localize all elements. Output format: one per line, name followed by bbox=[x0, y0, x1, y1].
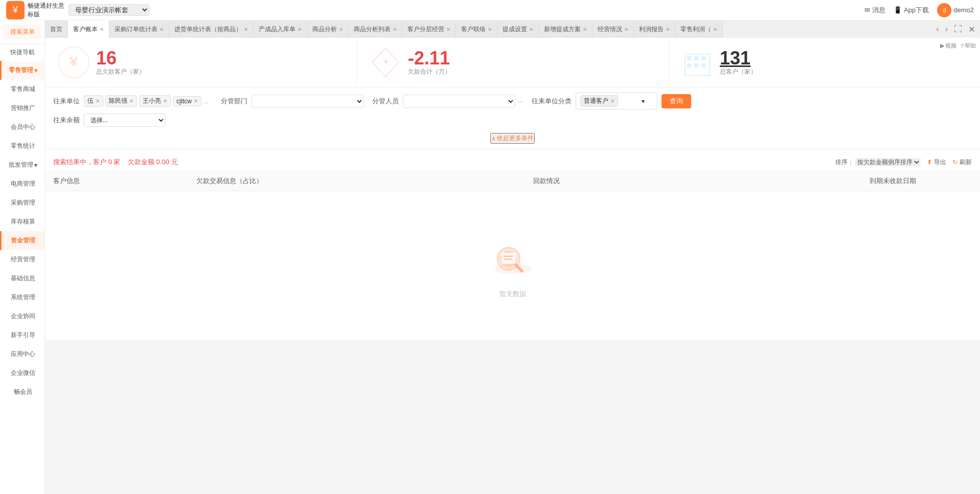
sidebar-item-enterprise-wechat[interactable]: 企业微信 bbox=[0, 364, 44, 383]
tab-close-icon[interactable]: ✕ bbox=[666, 27, 670, 32]
tab-customer-contact[interactable]: 客户联络 ✕ bbox=[456, 20, 497, 38]
chevron-icon: ▾ bbox=[34, 67, 37, 74]
tab-bar-actions: ‹ › ⛶ ✕ bbox=[931, 24, 980, 35]
tab-label: 客户账本 bbox=[73, 25, 98, 34]
tab-close-icon[interactable]: ✕ bbox=[488, 27, 492, 32]
collapse-btn[interactable]: ∧ 收起更多条件 bbox=[490, 133, 535, 144]
tab-next-btn[interactable]: › bbox=[943, 24, 950, 35]
tab-customer-segment[interactable]: 客户分层经营 ✕ bbox=[402, 20, 456, 38]
tag-close-icon[interactable]: ✕ bbox=[610, 98, 614, 104]
tab-label: 商品分析列表 bbox=[354, 25, 391, 34]
sidebar-item-wholesale-mgmt[interactable]: 批发管理 ▾ bbox=[0, 155, 44, 174]
tab-close-icon[interactable]: ✕ bbox=[244, 27, 248, 32]
tab-label: 客户联络 bbox=[461, 25, 486, 34]
account-select[interactable]: 母婴行业演示帐套 bbox=[69, 4, 149, 16]
tab-close-icon[interactable]: ✕ bbox=[100, 27, 104, 32]
tab-goods-analysis-list[interactable]: 商品分析列表 ✕ bbox=[349, 20, 402, 38]
filter-tag-unit1[interactable]: 伍 ✕ bbox=[84, 95, 103, 107]
tab-in-stock-stat[interactable]: 进货单统计表（按商品） ✕ bbox=[169, 20, 254, 38]
user-profile[interactable]: d demo2 bbox=[937, 3, 974, 17]
sidebar-item-basic-info[interactable]: 基础信息 bbox=[0, 269, 44, 288]
sidebar-item-app-center[interactable]: 应用中心 bbox=[0, 345, 44, 364]
tab-product-in[interactable]: 产成品入库单 ✕ bbox=[254, 20, 307, 38]
tab-close-icon[interactable]: ✕ bbox=[713, 27, 717, 32]
tab-close-icon[interactable]: ✕ bbox=[339, 27, 343, 32]
message-btn[interactable]: ✉ 消息 bbox=[864, 6, 885, 15]
sidebar-item-enterprise-coop[interactable]: 企业协同 bbox=[0, 307, 44, 326]
tab-customer-debt[interactable]: 客户账本 ✕ bbox=[68, 20, 109, 38]
sidebar-item-marketing[interactable]: 营销推广 bbox=[0, 99, 44, 118]
table-header: 客户信息 欠款交易信息（占比） 回款情况 到期未收款日期 bbox=[45, 171, 980, 191]
tab-label: 采购订单统计表 bbox=[115, 25, 157, 34]
tab-close-icon[interactable]: ✕ bbox=[298, 27, 302, 32]
sidebar-item-purchase-mgmt[interactable]: 采购管理 bbox=[0, 193, 44, 212]
quick-nav-btn[interactable]: 快捷导航 bbox=[0, 44, 44, 61]
tab-close-icon[interactable]: ✕ bbox=[159, 27, 164, 32]
svg-rect-15 bbox=[502, 253, 516, 264]
no-data-svg bbox=[487, 232, 538, 283]
tab-prev-btn[interactable]: ‹ bbox=[934, 24, 941, 35]
app-download-btn[interactable]: 📱 App下载 bbox=[894, 6, 929, 15]
tab-close-icon[interactable]: ✕ bbox=[446, 27, 450, 32]
svg-rect-9 bbox=[694, 63, 698, 68]
filter-tag-unit4[interactable]: cjttcw ✕ bbox=[173, 96, 201, 106]
sidebar-item-inventory-check[interactable]: 库存核算 bbox=[0, 212, 44, 231]
sidebar-item-label: 营销推广 bbox=[11, 104, 35, 111]
tab-close-icon[interactable]: ✕ bbox=[393, 27, 397, 32]
chevron-down-icon: ▾ bbox=[642, 98, 645, 105]
sidebar-item-retail-mall[interactable]: 零售商城 bbox=[0, 80, 44, 99]
tab-profit-report[interactable]: 利润报告 ✕ bbox=[634, 20, 675, 38]
tab-goods-analysis[interactable]: 商品分析 ✕ bbox=[307, 20, 349, 38]
tag-close-icon[interactable]: ✕ bbox=[96, 98, 100, 104]
sidebar-item-operation-mgmt[interactable]: 经营管理 bbox=[0, 250, 44, 269]
tag-close-icon[interactable]: ✕ bbox=[194, 98, 198, 104]
refresh-btn[interactable]: ↻ 刷新 bbox=[952, 158, 972, 167]
tab-fullscreen-btn[interactable]: ⛶ bbox=[952, 24, 964, 35]
sidebar-item-label: 电商管理 bbox=[11, 180, 35, 187]
sidebar-item-system-mgmt[interactable]: 系统管理 bbox=[0, 288, 44, 307]
unit-category-select[interactable]: 普通客户 ✕ ▾ bbox=[576, 93, 657, 109]
filter-more-tags[interactable]: ... bbox=[203, 98, 209, 105]
unit-filter-label: 往来单位 bbox=[53, 97, 80, 106]
chevron-icon: ▾ bbox=[34, 162, 37, 169]
sidebar-item-vip-member[interactable]: 畅会员 bbox=[0, 383, 44, 401]
tag-close-icon[interactable]: ✕ bbox=[163, 98, 167, 104]
tab-close-all-btn[interactable]: ✕ bbox=[966, 24, 977, 35]
tab-close-icon[interactable]: ✕ bbox=[624, 27, 628, 32]
person-select[interactable] bbox=[403, 95, 515, 108]
tab-raise-setting[interactable]: 提成设置 ✕ bbox=[497, 20, 539, 38]
tab-label: 经营情况 bbox=[598, 25, 622, 34]
svg-rect-10 bbox=[701, 63, 705, 68]
stat-label-debt: 欠款合计（万） bbox=[408, 68, 451, 76]
sidebar-item-capital-mgmt[interactable]: 资金管理 bbox=[0, 231, 44, 250]
sidebar-item-label: 零售统计 bbox=[11, 142, 35, 149]
dept-select[interactable] bbox=[252, 95, 364, 108]
tab-retail-profit[interactable]: 零售利润（ ✕ bbox=[675, 20, 723, 38]
tab-purchase-order-stat[interactable]: 采购订单统计表 ✕ bbox=[109, 20, 169, 38]
tab-close-icon[interactable]: ✕ bbox=[529, 27, 533, 32]
sidebar-item-retail-mgmt[interactable]: 零售管理 ▾ bbox=[0, 61, 44, 80]
sidebar-item-new-guide[interactable]: 新手引导 bbox=[0, 326, 44, 345]
tab-close-icon[interactable]: ✕ bbox=[583, 27, 587, 32]
export-btn[interactable]: ⬆ 导出 bbox=[927, 158, 946, 167]
video-action-btn[interactable]: ▶ 视频 bbox=[940, 42, 956, 50]
tab-new-raise-plan[interactable]: 新增提成方案 ✕ bbox=[539, 20, 592, 38]
tab-operation-status[interactable]: 经营情况 ✕ bbox=[592, 20, 634, 38]
sidebar-item-label: 库存核算 bbox=[11, 218, 35, 225]
sidebar-item-member-center[interactable]: 会员中心 bbox=[0, 118, 44, 137]
help-action-btn[interactable]: ? 帮助 bbox=[961, 42, 976, 50]
sidebar-item-retail-stat[interactable]: 零售统计 bbox=[0, 137, 44, 155]
sidebar-item-label: 企业微信 bbox=[11, 369, 35, 376]
person-filter-dots[interactable]: ··· bbox=[517, 97, 523, 105]
sort-select[interactable]: 按欠款金额倒序排序 bbox=[855, 158, 921, 166]
search-menu-btn[interactable]: 搜索菜单 bbox=[3, 25, 41, 39]
balance-select[interactable]: 选择... bbox=[84, 114, 166, 127]
person-filter-wrapper: ··· bbox=[403, 95, 523, 108]
sidebar-item-ecommerce-mgmt[interactable]: 电商管理 bbox=[0, 174, 44, 193]
tab-home[interactable]: 首页 bbox=[45, 20, 68, 38]
query-btn[interactable]: 查询 bbox=[662, 94, 691, 108]
filter-tag-unit3[interactable]: 王小亮 ✕ bbox=[139, 95, 171, 107]
tag-close-icon[interactable]: ✕ bbox=[129, 98, 133, 104]
filter-tag-unit2[interactable]: 陈民强 ✕ bbox=[105, 95, 137, 107]
tab-bar: 首页 客户账本 ✕ 采购订单统计表 ✕ 进货单统计表（按商品） ✕ 产成品入库单… bbox=[45, 20, 980, 38]
